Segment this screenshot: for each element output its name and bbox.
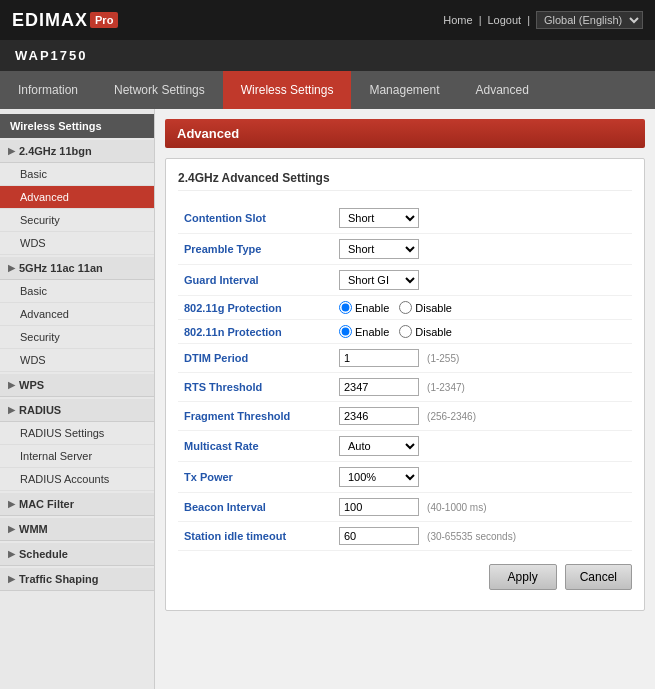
section-title: 2.4GHz Advanced Settings [178, 171, 632, 191]
row-guard-interval: Guard Interval Short GI Long GI [178, 265, 632, 296]
sidebar-item-security-2g[interactable]: Security [0, 209, 154, 232]
radio-group-80211g: Enable Disable [339, 301, 626, 314]
hint-rts-threshold: (1-2347) [427, 382, 465, 393]
chevron-right-icon-wps: ▶ [8, 380, 15, 390]
action-bar: Apply Cancel [178, 556, 632, 598]
label-protection-80211g: 802.11g Protection [178, 296, 333, 320]
label-rts-threshold: RTS Threshold [178, 373, 333, 402]
device-name-bar: WAP1750 [0, 40, 655, 71]
logo-edimax: EDIMAX [12, 10, 88, 31]
select-multicast-rate[interactable]: Auto 1 2 5.5 11 [339, 436, 419, 456]
sidebar-group-5ghz-title[interactable]: ▶ 5GHz 11ac 11an [0, 257, 154, 280]
chevron-right-icon-mac: ▶ [8, 499, 15, 509]
sidebar-item-basic-5g[interactable]: Basic [0, 280, 154, 303]
hint-fragment-threshold: (256-2346) [427, 411, 476, 422]
sidebar-item-basic-2g[interactable]: Basic [0, 163, 154, 186]
label-dtim-period: DTIM Period [178, 344, 333, 373]
label-guard-interval: Guard Interval [178, 265, 333, 296]
chevron-right-icon-traffic: ▶ [8, 574, 15, 584]
label-beacon-interval: Beacon Interval [178, 493, 333, 522]
sidebar-wps-title[interactable]: ▶ WPS [0, 374, 154, 397]
nav-item-network-settings[interactable]: Network Settings [96, 71, 223, 109]
settings-table: Contention Slot Short Long Preamble Type [178, 203, 632, 551]
nav-item-advanced[interactable]: Advanced [457, 71, 546, 109]
sidebar-group-2ghz: ▶ 2.4GHz 11bgn Basic Advanced Security W… [0, 140, 154, 255]
radio-disable-80211g[interactable]: Disable [399, 301, 452, 314]
label-contention-slot: Contention Slot [178, 203, 333, 234]
sidebar-item-wds-5g[interactable]: WDS [0, 349, 154, 372]
select-guard-interval[interactable]: Short GI Long GI [339, 270, 419, 290]
sidebar-section-wps: ▶ WPS [0, 374, 154, 397]
logo-pro: Pro [90, 12, 118, 28]
label-station-idle-timeout: Station idle timeout [178, 522, 333, 551]
sidebar-item-advanced-2g[interactable]: Advanced [0, 186, 154, 209]
sidebar-wmm-title[interactable]: ▶ WMM [0, 518, 154, 541]
row-station-idle-timeout: Station idle timeout (30-65535 seconds) [178, 522, 632, 551]
sidebar-section-schedule: ▶ Schedule [0, 543, 154, 566]
sidebar: Wireless Settings ▶ 2.4GHz 11bgn Basic A… [0, 109, 155, 689]
chevron-right-icon-wmm: ▶ [8, 524, 15, 534]
input-station-idle-timeout[interactable] [339, 527, 419, 545]
label-multicast-rate: Multicast Rate [178, 431, 333, 462]
nav-item-wireless-settings[interactable]: Wireless Settings [223, 71, 352, 109]
sidebar-group-5ghz: ▶ 5GHz 11ac 11an Basic Advanced Security… [0, 257, 154, 372]
nav-home-link[interactable]: Home [443, 14, 472, 26]
sidebar-item-advanced-5g[interactable]: Advanced [0, 303, 154, 326]
label-protection-80211n: 802.11n Protection [178, 320, 333, 344]
input-fragment-threshold[interactable] [339, 407, 419, 425]
input-beacon-interval[interactable] [339, 498, 419, 516]
apply-button[interactable]: Apply [489, 564, 557, 590]
chevron-right-icon-5g: ▶ [8, 263, 15, 273]
sidebar-section-radius: ▶ RADIUS RADIUS Settings Internal Server… [0, 399, 154, 491]
row-tx-power: Tx Power 100% 75% 50% 25% [178, 462, 632, 493]
input-rts-threshold[interactable] [339, 378, 419, 396]
main-nav: Information Network Settings Wireless Se… [0, 71, 655, 109]
select-contention-slot[interactable]: Short Long [339, 208, 419, 228]
label-preamble-type: Preamble Type [178, 234, 333, 265]
radio-enable-80211n[interactable]: Enable [339, 325, 389, 338]
cancel-button[interactable]: Cancel [565, 564, 632, 590]
sidebar-section-traffic-shaping: ▶ Traffic Shaping [0, 568, 154, 591]
sidebar-item-security-5g[interactable]: Security [0, 326, 154, 349]
sidebar-section-mac-filter: ▶ MAC Filter [0, 493, 154, 516]
sidebar-section-wmm: ▶ WMM [0, 518, 154, 541]
main-content: Advanced 2.4GHz Advanced Settings Conten… [155, 109, 655, 689]
sidebar-item-internal-server[interactable]: Internal Server [0, 445, 154, 468]
settings-section: 2.4GHz Advanced Settings Contention Slot… [165, 158, 645, 611]
sidebar-item-radius-settings[interactable]: RADIUS Settings [0, 422, 154, 445]
sidebar-radius-title[interactable]: ▶ RADIUS [0, 399, 154, 422]
nav-item-information[interactable]: Information [0, 71, 96, 109]
row-rts-threshold: RTS Threshold (1-2347) [178, 373, 632, 402]
top-nav-right: Home | Logout | Global (English) [443, 11, 643, 29]
row-fragment-threshold: Fragment Threshold (256-2346) [178, 402, 632, 431]
row-protection-80211n: 802.11n Protection Enable Disable [178, 320, 632, 344]
chevron-right-icon: ▶ [8, 146, 15, 156]
sidebar-group-2ghz-title[interactable]: ▶ 2.4GHz 11bgn [0, 140, 154, 163]
sidebar-item-radius-accounts[interactable]: RADIUS Accounts [0, 468, 154, 491]
sidebar-mac-filter-title[interactable]: ▶ MAC Filter [0, 493, 154, 516]
input-dtim-period[interactable] [339, 349, 419, 367]
sidebar-item-wds-2g[interactable]: WDS [0, 232, 154, 255]
chevron-right-icon-radius: ▶ [8, 405, 15, 415]
label-tx-power: Tx Power [178, 462, 333, 493]
hint-dtim-period: (1-255) [427, 353, 459, 364]
nav-logout-link[interactable]: Logout [487, 14, 521, 26]
page-title: Advanced [165, 119, 645, 148]
row-beacon-interval: Beacon Interval (40-1000 ms) [178, 493, 632, 522]
chevron-right-icon-schedule: ▶ [8, 549, 15, 559]
select-tx-power[interactable]: 100% 75% 50% 25% [339, 467, 419, 487]
hint-beacon-interval: (40-1000 ms) [427, 502, 486, 513]
radio-disable-80211n[interactable]: Disable [399, 325, 452, 338]
radio-enable-80211g[interactable]: Enable [339, 301, 389, 314]
sidebar-schedule-title[interactable]: ▶ Schedule [0, 543, 154, 566]
row-preamble-type: Preamble Type Short Long [178, 234, 632, 265]
sidebar-title: Wireless Settings [0, 114, 154, 138]
nav-item-management[interactable]: Management [351, 71, 457, 109]
label-fragment-threshold: Fragment Threshold [178, 402, 333, 431]
sidebar-traffic-shaping-title[interactable]: ▶ Traffic Shaping [0, 568, 154, 591]
top-header: EDIMAX Pro Home | Logout | Global (Engli… [0, 0, 655, 40]
select-preamble-type[interactable]: Short Long [339, 239, 419, 259]
radio-group-80211n: Enable Disable [339, 325, 626, 338]
language-select[interactable]: Global (English) [536, 11, 643, 29]
device-name: WAP1750 [15, 48, 88, 63]
